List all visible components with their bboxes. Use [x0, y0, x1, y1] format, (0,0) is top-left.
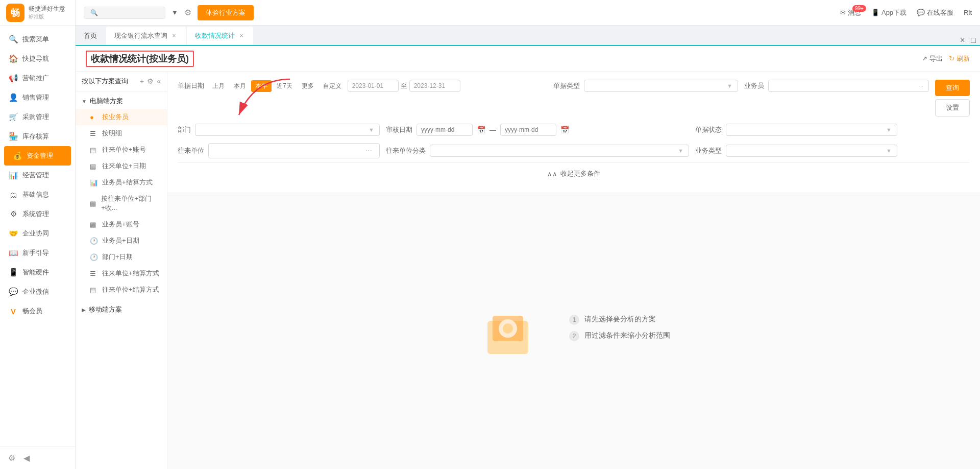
scheme-item-ud-icon: ▤	[90, 162, 99, 170]
scheme-item-unit-account[interactable]: ▤ 往来单位+账号	[76, 142, 167, 158]
mobile-arrow-icon: ▶	[82, 307, 86, 313]
collapse-sidebar-icon[interactable]: ◀	[23, 453, 30, 463]
scheme-item-unit-date[interactable]: ▤ 往来单位+日期	[76, 158, 167, 174]
unit-dots[interactable]: ···	[363, 146, 374, 155]
date-tab-last-month[interactable]: 上月	[208, 80, 229, 92]
guide-icon: 📖	[8, 248, 18, 257]
query-button[interactable]: 查询	[935, 80, 970, 96]
date-start-input[interactable]	[348, 80, 399, 92]
header-search-box[interactable]: 🔍	[84, 7, 165, 19]
sidebar-item-wechat[interactable]: 💬 企业微信	[0, 282, 75, 301]
refresh-button[interactable]: ↻ 刷新	[949, 54, 970, 63]
audit-date-label: 审核日期	[386, 125, 412, 134]
collapse-icon: ∧∧	[547, 170, 557, 178]
scheme-item-unit-settle1[interactable]: ☰ 往来单位+结算方式	[76, 265, 167, 282]
tab-receipt[interactable]: 收款情况统计 ×	[187, 27, 253, 45]
settings-button[interactable]: 设置	[935, 99, 970, 116]
scheme-item-ua-icon: ▤	[90, 146, 99, 154]
tab-bank[interactable]: 现金银行流水查询 ×	[106, 27, 186, 45]
audit-end-calendar-icon[interactable]: 📅	[560, 126, 569, 134]
notification-badge: 99+	[852, 5, 866, 12]
date-tab-this-month[interactable]: 本月	[230, 80, 250, 92]
sidebar-item-member[interactable]: V 畅会员	[0, 301, 75, 321]
desktop-section-header[interactable]: ▼ 电脑端方案	[76, 93, 167, 109]
header-gear-icon[interactable]: ⚙	[184, 8, 191, 17]
mobile-section-header[interactable]: ▶ 移动端方案	[76, 302, 167, 317]
tab-home[interactable]: 首页	[76, 27, 105, 45]
voucher-type-select[interactable]: ▼	[584, 80, 738, 92]
unit-label: 往来单位	[178, 146, 204, 155]
header-dropdown[interactable]: ▼	[172, 9, 178, 16]
tabs-bar: 首页 现金银行流水查询 × 收款情况统计 × × □	[76, 26, 980, 46]
sidebar-item-purchase[interactable]: 🛒 采购管理	[0, 107, 75, 127]
user-menu[interactable]: Rit	[964, 9, 972, 16]
date-tab-this-year[interactable]: 本年	[251, 80, 272, 92]
online-service-button[interactable]: 💬 在线客服	[917, 8, 953, 17]
tab-receipt-close[interactable]: ×	[238, 32, 245, 39]
date-end-input[interactable]	[409, 80, 460, 92]
filter-and-results: 单据日期 上月 本月 本年 近7天 更多 自定义	[167, 72, 980, 469]
sidebar-item-search[interactable]: 🔍 搜索菜单	[0, 30, 75, 49]
empty-step-2: 2 用过滤条件来缩小分析范围	[569, 331, 670, 341]
app-icon: 📱	[871, 9, 879, 16]
notification-button[interactable]: ✉ 消息 99+	[840, 8, 861, 17]
audit-date-end-input[interactable]	[500, 124, 556, 136]
scheme-collapse-icon[interactable]: «	[157, 77, 161, 85]
date-tab-more[interactable]: 更多	[298, 80, 318, 92]
search-icon: 🔍	[8, 35, 18, 44]
dept-label: 部门	[178, 125, 191, 134]
biz-type-select[interactable]: ▼	[726, 145, 897, 157]
sidebar-item-quick[interactable]: 🏠 快捷导航	[0, 49, 75, 68]
unit-category-select[interactable]: ▼	[430, 145, 689, 157]
scheme-item-unit-settle2[interactable]: ▤ 往来单位+结算方式	[76, 282, 167, 298]
empty-illustration	[477, 300, 538, 362]
app-download-button[interactable]: 📱 App下载	[871, 8, 906, 17]
sidebar-item-hardware[interactable]: 📱 智能硬件	[0, 263, 75, 282]
scheme-item-salesperson-account[interactable]: ▤ 业务员+账号	[76, 216, 167, 232]
voucher-status-arrow: ▼	[886, 127, 892, 133]
audit-start-calendar-icon[interactable]: 📅	[477, 126, 485, 134]
audit-date-start-input[interactable]	[416, 124, 473, 136]
content-area: 按以下方案查询 + ⚙ « ▼ 电脑端方案 ● 按业务员 ☰	[76, 72, 980, 469]
scheme-add-icon[interactable]: +	[140, 77, 144, 85]
unit-select[interactable]: ···	[208, 143, 380, 158]
settings-bottom-icon[interactable]: ⚙	[8, 453, 15, 463]
main-content: 收款情况统计(按业务员) ↗ 导出 ↻ 刷新 按以下方案查询 + ⚙ «	[76, 46, 980, 469]
sales-icon: 👤	[8, 93, 18, 102]
page-title: 收款情况统计(按业务员)	[86, 51, 194, 67]
trial-button[interactable]: 体验行业方案	[198, 5, 254, 20]
date-tab-custom[interactable]: 自定义	[319, 80, 346, 92]
scheme-item-by-detail[interactable]: ☰ 按明细	[76, 125, 167, 142]
scheme-item-unit-dept[interactable]: ▤ 按往来单位+部门+收...	[76, 191, 167, 216]
dept-select[interactable]: ▼	[195, 124, 380, 136]
sidebar-item-basic[interactable]: 🗂 基础信息	[0, 185, 75, 204]
sidebar-item-guide[interactable]: 📖 新手引导	[0, 243, 75, 263]
sidebar-item-marketing[interactable]: 📢 营销推广	[0, 68, 75, 88]
scheme-item-salesperson-date[interactable]: 🕐 业务员+日期	[76, 232, 167, 249]
sidebar-item-inventory[interactable]: 🏪 库存核算	[0, 127, 75, 146]
scheme-item-salesperson-settle[interactable]: 📊 业务员+结算方式	[76, 174, 167, 191]
scheme-item-dept-date[interactable]: 🕐 部门+日期	[76, 249, 167, 265]
empty-steps: 1 请先选择要分析的方案 2 用过滤条件来缩小分析范围	[569, 315, 670, 347]
sidebar-item-finance[interactable]: 💰 资金管理	[4, 146, 71, 166]
page-header: 收款情况统计(按业务员) ↗ 导出 ↻ 刷新	[76, 46, 980, 72]
salesperson-select[interactable]: ···	[768, 80, 929, 92]
sidebar-item-operation[interactable]: 📊 经营管理	[0, 166, 75, 185]
filter-box: 单据日期 上月 本月 本年 近7天 更多 自定义	[167, 72, 980, 193]
scheme-settings-icon[interactable]: ⚙	[147, 77, 154, 85]
date-tab-7days[interactable]: 近7天	[273, 80, 297, 92]
sidebar-item-sales[interactable]: 👤 销售管理	[0, 88, 75, 107]
scheme-item-by-salesperson[interactable]: ● 按业务员	[76, 109, 167, 125]
voucher-status-select[interactable]: ▼	[726, 124, 897, 136]
export-button[interactable]: ↗ 导出	[922, 54, 943, 63]
sidebar-item-enterprise[interactable]: 🤝 企业协同	[0, 224, 75, 243]
window-close-icon[interactable]: ×	[960, 36, 965, 45]
tab-bank-close[interactable]: ×	[170, 32, 178, 39]
desktop-section: ▼ 电脑端方案 ● 按业务员 ☰ 按明细 ▤ 往来单位+账号 ▤ 往来单位	[76, 91, 167, 300]
header-right: ✉ 消息 99+ 📱 App下载 💬 在线客服 Rit	[840, 8, 972, 17]
basic-icon: 🗂	[8, 191, 18, 199]
sidebar-item-system[interactable]: ⚙ 系统管理	[0, 204, 75, 224]
scheme-item-us1-icon: ☰	[90, 270, 99, 277]
window-max-icon[interactable]: □	[971, 36, 976, 45]
collapse-bar[interactable]: ∧∧ 收起更多条件	[178, 162, 970, 184]
